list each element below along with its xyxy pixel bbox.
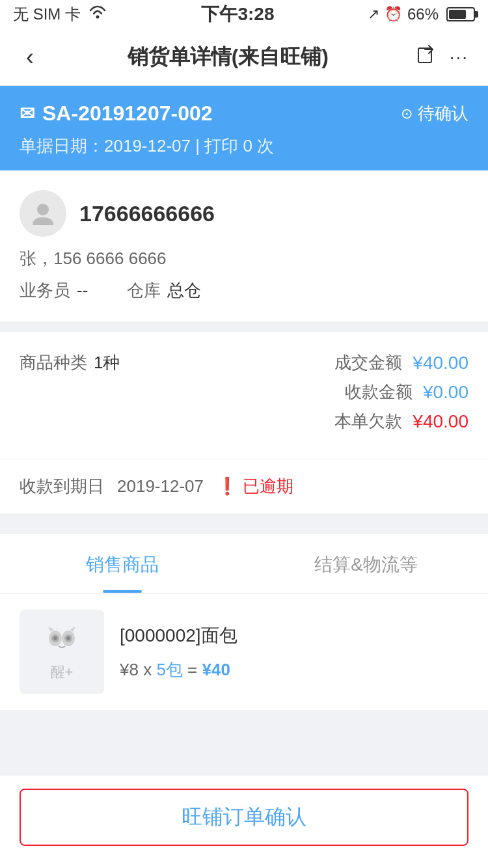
divider-1	[0, 321, 488, 332]
customer-contact: 张，156 6666 6666	[20, 247, 468, 270]
divider-2	[0, 513, 488, 524]
svg-point-9	[66, 636, 70, 640]
confirm-button-label: 旺铺订单确认	[182, 803, 306, 832]
payment-value: ¥0.00	[423, 382, 468, 403]
transaction-value: ¥40.00	[413, 353, 468, 373]
tab-settlement[interactable]: 结算&物流等	[244, 534, 488, 593]
status-text: 待确认	[418, 102, 468, 125]
owed-value: ¥40.00	[413, 411, 468, 432]
product-type-row: 商品种类 1种	[20, 351, 120, 374]
nav-bar: ‹ 销货单详情(来自旺铺) ···	[0, 29, 488, 86]
overdue-badge: ❗ 已逾期	[217, 475, 293, 498]
nav-actions: ···	[416, 44, 468, 70]
status-right: ↗ ⏰ 66%	[368, 5, 475, 23]
price-unit: ¥8	[120, 660, 139, 679]
carrier-text: 无 SIM 卡	[13, 4, 81, 25]
svg-point-8	[53, 636, 57, 640]
status-clock-icon: ⊙	[401, 105, 413, 122]
svg-rect-1	[418, 48, 431, 62]
customer-phone: 17666666666	[79, 201, 215, 226]
warehouse-value: 总仓	[167, 279, 201, 302]
sales-label: 业务员	[20, 279, 70, 302]
status-bar: 无 SIM 卡 下午3:28 ↗ ⏰ 66%	[0, 0, 488, 29]
customer-section: 17666666666 张，156 6666 6666 业务员 -- 仓库 总仓	[0, 170, 488, 321]
product-thumbnail: 醒+	[20, 610, 104, 694]
multiply-sign: x	[143, 660, 156, 679]
customer-avatar	[20, 190, 66, 237]
tabs-header: 销售商品 结算&物流等	[0, 534, 488, 594]
battery-percent: 66%	[407, 5, 439, 23]
product-details: [0000002]面包 ¥8 x 5包 = ¥40	[120, 623, 468, 681]
battery-icon	[446, 7, 475, 21]
product-name: [0000002]面包	[120, 623, 468, 648]
more-icon[interactable]: ···	[450, 47, 468, 68]
tabs-section: 销售商品 结算&物流等	[0, 534, 488, 710]
payment-label: 收款金额	[345, 381, 413, 403]
order-envelope-icon: ✉	[20, 103, 34, 124]
location-icon: ↗	[368, 6, 379, 23]
order-number-row: ✉ SA-20191207-002	[20, 102, 213, 126]
svg-point-3	[37, 204, 49, 215]
customer-meta: 业务员 -- 仓库 总仓	[20, 279, 468, 302]
table-row: 醒+ [0000002]面包 ¥8 x 5包 = ¥40	[20, 610, 468, 694]
tab-settlement-label: 结算&物流等	[314, 554, 418, 575]
product-price-row: ¥8 x 5包 = ¥40	[120, 658, 468, 681]
status-left: 无 SIM 卡	[13, 4, 108, 25]
product-list: 醒+ [0000002]面包 ¥8 x 5包 = ¥40	[0, 594, 488, 710]
owed-label: 本单欠款	[334, 410, 402, 433]
due-date-label: 收款到期日	[20, 475, 104, 498]
page-title: 销货单详情(来自旺铺)	[128, 43, 329, 72]
svg-point-0	[96, 16, 100, 19]
product-thumb-content: 醒+	[39, 623, 85, 682]
price-total: ¥40	[202, 660, 230, 679]
thumb-label: 醒+	[39, 662, 85, 682]
owed-row: 本单欠款 ¥40.00	[334, 410, 468, 433]
wifi-icon	[87, 5, 108, 23]
order-status: ⊙ 待确认	[401, 102, 468, 125]
order-number-text: SA-20191207-002	[42, 102, 213, 126]
product-type-label: 商品种类	[20, 351, 87, 374]
order-header: ✉ SA-20191207-002 ⊙ 待确认 单据日期：2019-12-07 …	[0, 86, 488, 170]
back-button[interactable]: ‹	[20, 37, 40, 77]
sales-value: --	[77, 280, 88, 301]
status-time: 下午3:28	[201, 2, 274, 27]
overdue-icon: ❗	[217, 476, 237, 496]
warehouse-label: 仓库	[127, 279, 161, 302]
due-date-value: 2019-12-07	[117, 476, 204, 496]
equals-sign: =	[187, 660, 202, 679]
payment-row: 收款金额 ¥0.00	[334, 381, 468, 403]
alarm-icon: ⏰	[385, 6, 402, 23]
share-icon[interactable]	[416, 44, 437, 70]
bottom-bar: 旺铺订单确认	[0, 776, 488, 868]
tab-sales-product[interactable]: 销售商品	[0, 534, 244, 593]
warehouse-meta: 仓库 总仓	[127, 279, 201, 302]
due-section: 收款到期日 2019-12-07 ❗ 已逾期	[0, 459, 488, 513]
transaction-row: 成交金额 ¥40.00	[334, 351, 468, 374]
confirm-order-button[interactable]: 旺铺订单确认	[20, 789, 468, 846]
tab-sales-product-label: 销售商品	[86, 554, 159, 575]
product-type-value: 1种	[94, 351, 120, 374]
order-date: 单据日期：2019-12-07 | 打印 0 次	[20, 135, 468, 157]
transaction-label: 成交金额	[334, 351, 402, 374]
amounts-section: 成交金额 ¥40.00 收款金额 ¥0.00 本单欠款 ¥40.00	[334, 351, 468, 439]
overdue-text: 已逾期	[243, 475, 293, 498]
summary-section: 商品种类 1种 成交金额 ¥40.00 收款金额 ¥0.00 本单欠款 ¥40.…	[0, 332, 488, 459]
qty-value: 5包	[156, 660, 182, 679]
sales-meta: 业务员 --	[20, 279, 88, 302]
